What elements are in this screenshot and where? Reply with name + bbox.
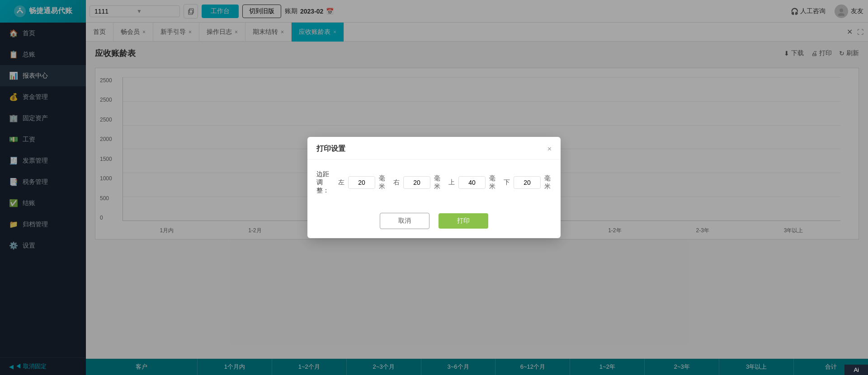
dialog-header: 打印设置 × <box>307 137 561 159</box>
dialog-footer: 取消 打印 <box>307 206 561 238</box>
left-direction-label: 左 <box>338 178 344 187</box>
top-unit-label: 毫米 <box>489 174 496 191</box>
top-margin-input[interactable] <box>458 176 486 189</box>
cancel-button[interactable]: 取消 <box>380 213 429 229</box>
ai-footer[interactable]: Ai <box>844 365 868 375</box>
right-direction-label: 右 <box>393 178 400 187</box>
ai-label: Ai <box>854 366 859 373</box>
modal-backdrop: 打印设置 × 边距调整： 左 毫米 右 毫米 上 毫米 下 毫米 取消 打 <box>0 0 868 375</box>
left-unit-label: 毫米 <box>379 174 386 191</box>
dialog-title: 打印设置 <box>316 144 345 154</box>
bottom-unit-label: 毫米 <box>544 174 552 191</box>
right-margin-input[interactable] <box>403 176 430 189</box>
print-settings-dialog: 打印设置 × 边距调整： 左 毫米 右 毫米 上 毫米 下 毫米 取消 打 <box>307 137 561 238</box>
dialog-body: 边距调整： 左 毫米 右 毫米 上 毫米 下 毫米 <box>307 159 561 206</box>
print-confirm-button[interactable]: 打印 <box>439 213 488 229</box>
left-margin-input[interactable] <box>348 176 375 189</box>
margin-label: 边距调整： <box>316 170 335 195</box>
right-unit-label: 毫米 <box>434 174 441 191</box>
margin-row: 边距调整： 左 毫米 右 毫米 上 毫米 下 毫米 <box>316 170 552 195</box>
dialog-close-icon[interactable]: × <box>547 145 552 153</box>
bottom-direction-label: 下 <box>504 178 510 187</box>
bottom-margin-input[interactable] <box>514 176 541 189</box>
top-direction-label: 上 <box>448 178 455 187</box>
